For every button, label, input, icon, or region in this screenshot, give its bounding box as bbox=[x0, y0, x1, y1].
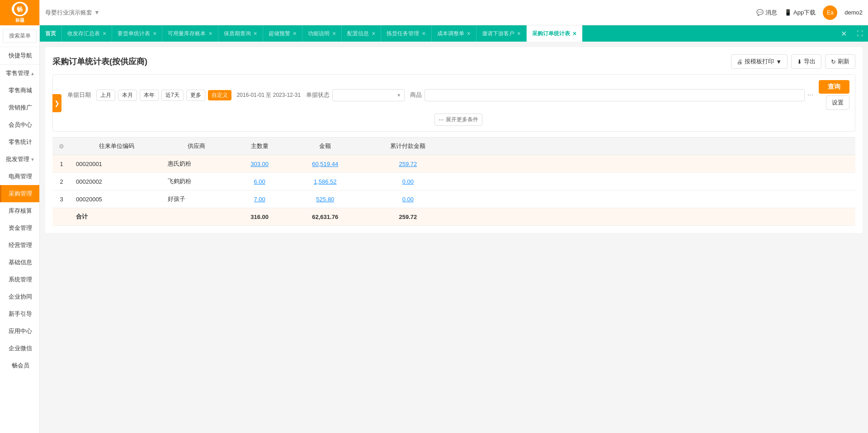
tab-overstock[interactable]: 超储预警 × bbox=[263, 25, 302, 42]
row-paid[interactable]: 0.00 bbox=[362, 173, 454, 190]
tab-config-close[interactable]: × bbox=[372, 30, 375, 37]
tab-expiry-close[interactable]: × bbox=[254, 30, 257, 37]
sidebar-item-operations[interactable]: 经营管理 bbox=[0, 237, 39, 254]
date-last-month-btn[interactable]: 上月 bbox=[96, 90, 115, 101]
filter-actions: 查询 设置 bbox=[819, 80, 849, 110]
status-select[interactable] bbox=[332, 89, 405, 101]
sidebar-item-retail-shop[interactable]: 零售商城 bbox=[0, 82, 39, 99]
sidebar-item-guide[interactable]: 新手引导 bbox=[0, 305, 39, 323]
date-this-year-btn[interactable]: 本年 bbox=[140, 90, 159, 101]
sidebar-item-retail-stats[interactable]: 零售统计 bbox=[0, 133, 39, 151]
sidebar-item-enterprise-wechat[interactable]: 企业微信 bbox=[0, 340, 39, 357]
tab-invite-downstream[interactable]: 邀请下游客户 × bbox=[476, 25, 527, 42]
tab-pick-task-close[interactable]: × bbox=[422, 30, 425, 37]
query-button[interactable]: 查询 bbox=[819, 80, 849, 94]
th-supplier: 供应商 bbox=[162, 138, 231, 155]
tab-available-stock[interactable]: 可用量库存账本 × bbox=[162, 25, 218, 42]
goods-input[interactable] bbox=[425, 89, 805, 101]
date-this-month-btn[interactable]: 本月 bbox=[118, 90, 137, 101]
date-more-btn[interactable]: 更多 bbox=[186, 90, 205, 101]
row-qty[interactable]: 6.00 bbox=[231, 173, 288, 190]
refresh-label: 刷新 bbox=[838, 57, 849, 66]
row-paid[interactable]: 0.00 bbox=[362, 190, 454, 208]
row-amount[interactable]: 525.80 bbox=[288, 190, 362, 208]
refresh-button[interactable]: ↻ 刷新 bbox=[825, 54, 855, 69]
operations-label: 经营管理 bbox=[9, 241, 32, 249]
sidebar-item-retail-mgmt[interactable]: 零售管理 ▲ bbox=[0, 65, 39, 82]
guide-label: 新手引导 bbox=[9, 310, 32, 318]
filter-section: ❯ 单据日期 上月 本月 本年 近7天 更多 自定义 2016-01-01 至 … bbox=[52, 74, 855, 132]
sidebar-item-app-center[interactable]: 应用中心 bbox=[0, 323, 39, 340]
tab-invite-downstream-close[interactable]: × bbox=[517, 30, 521, 37]
row-amount[interactable]: 60,519.44 bbox=[288, 155, 362, 173]
sidebar-item-enterprise[interactable]: 企业协同 bbox=[0, 288, 39, 305]
retail-mgmt-label: 零售管理 bbox=[6, 69, 29, 77]
tab-stock-summary[interactable]: 收发存汇总表 × bbox=[62, 25, 112, 42]
row-no: 1 bbox=[52, 155, 71, 173]
tabbar: 首页 收发存汇总表 × 要货单统计表 × 可用量库存账本 × 保质期查询 × 超… bbox=[40, 25, 868, 42]
goods-field: 商品 ··· bbox=[410, 89, 813, 101]
tab-stock-summary-close[interactable]: × bbox=[103, 30, 106, 37]
tab-pick-task[interactable]: 拣货任务管理 × bbox=[381, 25, 431, 42]
date-7days-btn[interactable]: 近7天 bbox=[161, 90, 184, 101]
date-range-display: 2016-01-01 至 2023-12-31 bbox=[237, 91, 301, 99]
sidebar-item-member[interactable]: 会员中心 bbox=[0, 116, 39, 133]
goods-label: 商品 bbox=[410, 91, 422, 99]
basic-label: 基础信息 bbox=[9, 258, 32, 266]
sidebar-item-ecommerce[interactable]: 电商管理 bbox=[0, 168, 39, 185]
page-actions: 🖨 按模板打印 ▼ ⬇ 导出 ↻ 刷新 bbox=[731, 54, 855, 69]
username-label[interactable]: demo2 bbox=[844, 9, 863, 16]
tab-order-stats-close[interactable]: × bbox=[153, 30, 156, 37]
row-qty[interactable]: 7.00 bbox=[231, 190, 288, 208]
app-download-button[interactable]: 📱 App下载 bbox=[784, 9, 816, 17]
ecommerce-label: 电商管理 bbox=[9, 172, 32, 181]
sidebar-logo: 畅 标题 bbox=[0, 0, 39, 25]
column-settings-icon[interactable]: ⚙ bbox=[59, 143, 64, 150]
search-menu-button[interactable]: 搜索菜单 bbox=[3, 29, 37, 43]
sidebar-item-finance[interactable]: 资金管理 bbox=[0, 219, 39, 237]
row-qty[interactable]: 303.00 bbox=[231, 155, 288, 173]
sidebar-item-purchase[interactable]: 采购管理 bbox=[0, 185, 39, 202]
app-download-label: App下载 bbox=[793, 9, 816, 17]
sidebar-item-basic[interactable]: 基础信息 bbox=[0, 254, 39, 271]
tabbar-close-all-button[interactable]: ✕ bbox=[835, 25, 852, 42]
sidebar-item-inventory[interactable]: 库存核算 bbox=[0, 202, 39, 219]
row-paid[interactable]: 259.72 bbox=[362, 155, 454, 173]
enterprise-label: 企业协同 bbox=[9, 293, 32, 301]
sidebar-item-quick-nav[interactable]: 快捷导航 bbox=[0, 47, 39, 64]
page-header: 采购订单统计表(按供应商) 🖨 按模板打印 ▼ ⬇ 导出 ↻ 刷新 bbox=[52, 54, 855, 69]
tab-home-label: 首页 bbox=[45, 30, 56, 38]
tab-purchase-order-stats[interactable]: 采购订单统计表 × bbox=[527, 25, 582, 42]
table-row: 2 00020002 飞鹤奶粉 6.00 1,586.52 0.00 bbox=[52, 173, 855, 190]
tab-available-stock-close[interactable]: × bbox=[208, 30, 212, 37]
export-button[interactable]: ⬇ 导出 bbox=[791, 54, 821, 69]
tab-cost-adjust[interactable]: 成本调整单 × bbox=[432, 25, 476, 42]
tab-function-desc-close[interactable]: × bbox=[332, 30, 336, 37]
sidebar-item-wholesale[interactable]: 批发管理 ▼ bbox=[0, 151, 39, 168]
breadcrumb-dropdown-icon[interactable]: ▼ bbox=[94, 9, 100, 16]
goods-more-icon[interactable]: ··· bbox=[807, 91, 813, 99]
message-button[interactable]: 💬 消息 bbox=[756, 9, 777, 17]
export-icon: ⬇ bbox=[797, 58, 802, 65]
tabbar-fullscreen-button[interactable]: ⛶ bbox=[852, 25, 868, 42]
tab-order-stats[interactable]: 要货单统计表 × bbox=[112, 25, 162, 42]
expand-more-btn[interactable]: ⋯ 展开更多条件 bbox=[434, 114, 482, 126]
sidebar-item-member2[interactable]: 畅会员 bbox=[0, 357, 39, 374]
status-select-wrapper bbox=[332, 89, 405, 101]
wholesale-arrow: ▼ bbox=[30, 157, 35, 162]
tab-function-desc[interactable]: 功能说明 × bbox=[302, 25, 342, 42]
sidebar-item-marketing[interactable]: 营销推广 bbox=[0, 99, 39, 116]
sidebar-item-system[interactable]: 系统管理 bbox=[0, 271, 39, 288]
tab-expiry[interactable]: 保质期查询 × bbox=[218, 25, 263, 42]
filter-toggle-button[interactable]: ❯ bbox=[52, 94, 61, 112]
row-amount[interactable]: 1,586.52 bbox=[288, 173, 362, 190]
print-button[interactable]: 🖨 按模板打印 ▼ bbox=[731, 54, 788, 69]
tab-purchase-order-stats-close[interactable]: × bbox=[573, 30, 576, 37]
tab-home[interactable]: 首页 bbox=[40, 25, 62, 42]
settings-button[interactable]: 设置 bbox=[826, 95, 849, 110]
breadcrumb: 母婴行业演示账套 ▼ bbox=[45, 9, 753, 17]
message-icon: 💬 bbox=[756, 9, 764, 16]
tab-config[interactable]: 配置信息 × bbox=[342, 25, 381, 42]
tab-cost-adjust-close[interactable]: × bbox=[467, 30, 471, 37]
tab-overstock-close[interactable]: × bbox=[293, 30, 297, 37]
